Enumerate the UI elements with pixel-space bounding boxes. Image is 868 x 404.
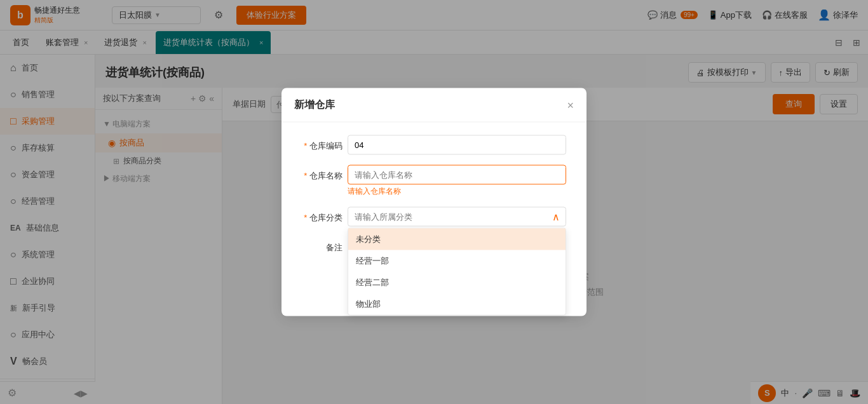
dialog-body: 仓库编码 仓库名称 请输入仓库名称 仓库分类 ∧ 未 [281,123,587,279]
category-row: 仓库分类 ∧ 未分类 经营一部 经营二部 物业部 [302,207,566,227]
name-row: 仓库名称 请输入仓库名称 [302,165,566,197]
dropdown-item-0[interactable]: 未分类 [348,229,566,250]
name-input[interactable] [348,165,566,185]
name-group: 请输入仓库名称 [348,165,566,197]
code-row: 仓库编码 [302,135,566,155]
dropdown-item-1[interactable]: 经营一部 [348,250,566,272]
name-label: 仓库名称 [302,165,342,182]
dialog-close-button[interactable]: × [567,99,574,111]
category-dropdown: 未分类 经营一部 经营二部 物业部 [348,228,566,316]
code-label: 仓库编码 [302,135,342,152]
category-arrow-icon[interactable]: ∧ [552,211,560,223]
dropdown-item-3[interactable]: 物业部 [348,293,566,315]
notes-label: 备注 [302,237,342,253]
code-input[interactable] [348,135,566,155]
category-label: 仓库分类 [302,207,342,224]
dialog-header: 新增仓库 × [281,88,587,123]
category-input[interactable] [348,207,566,227]
add-warehouse-dialog: 新增仓库 × 仓库编码 仓库名称 请输入仓库名称 仓库分类 [281,88,587,316]
dialog-title: 新增仓库 [294,98,335,112]
name-error-msg: 请输入仓库名称 [348,186,566,197]
category-select-wrapper: ∧ 未分类 经营一部 经营二部 物业部 [348,207,566,227]
dropdown-item-2[interactable]: 经营二部 [348,272,566,293]
